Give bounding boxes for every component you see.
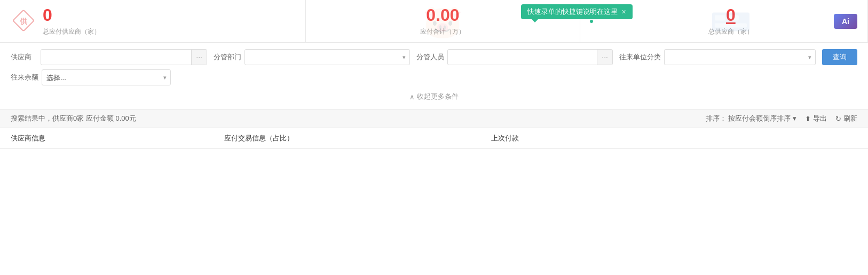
supplier-bg-icon [709, 7, 752, 35]
amount-filter-group: 往来余额 选择... ▾ [11, 69, 171, 85]
stat-total-suppliers: 0 总供应商（家） [594, 0, 868, 42]
person-input-wrapper: ··· [447, 49, 613, 65]
person-input[interactable] [448, 51, 597, 64]
results-bar: 搜索结果中，供应商0家 应付金额 0.00元 排序： 按应付会额倒序排序 ▾ ⬆… [0, 109, 868, 128]
amount-label: 往来余额 [11, 73, 38, 82]
amount-select[interactable]: 选择... [42, 69, 171, 85]
supplier-input-wrapper: ··· [41, 49, 207, 65]
export-link[interactable]: ⬆ 导出 [805, 114, 827, 123]
sort-down-icon: ▾ [793, 114, 796, 122]
col-header-lastpay: 上次付款 [491, 133, 857, 143]
amount-select-wrapper: 选择... ▾ [42, 69, 171, 85]
stats-bar: 供 0 总应付供应商（家） 🐷 0.00 应付合计（万） 快速录单的快捷键说明在… [0, 0, 868, 43]
collapse-row: ∧ 收起更多条件 [11, 90, 857, 105]
collapse-button[interactable]: ∧ 收起更多条件 [409, 92, 459, 101]
piggy-icon: 🐷 [423, 2, 463, 40]
table-header: 供应商信息 应付交易信息（占比） 上次付款 [0, 128, 868, 149]
department-select[interactable] [244, 49, 410, 65]
tooltip-dot [589, 19, 594, 24]
col-header-supplier: 供应商信息 [11, 133, 224, 143]
tooltip-text: 快速录单的快捷键说明在这里 [527, 7, 618, 17]
table-body [0, 149, 868, 275]
col-header-payable: 应付交易信息（占比） [224, 133, 491, 143]
person-label: 分管人员 [416, 52, 444, 62]
unit-class-filter-group: 往来单位分类 ▾ [619, 49, 816, 65]
refresh-link[interactable]: ↻ 刷新 [835, 114, 857, 123]
results-actions: 排序： 按应付会额倒序排序 ▾ ⬆ 导出 ↻ 刷新 [706, 114, 857, 123]
filter-row-2: 往来余额 选择... ▾ [11, 69, 857, 85]
unit-class-label: 往来单位分类 [619, 52, 661, 62]
supplier-input[interactable] [41, 51, 191, 64]
sort-label: 排序： 按应付会额倒序排序 ▾ [706, 114, 796, 123]
supplier-label: 供应商 [11, 52, 37, 62]
collapse-up-icon: ∧ [409, 93, 415, 101]
unit-class-select-wrapper: ▾ [664, 49, 816, 65]
department-label: 分管部门 [214, 52, 241, 62]
refresh-icon: ↻ [835, 115, 841, 123]
svg-rect-4 [728, 15, 739, 20]
ai-badge[interactable]: Ai [834, 14, 857, 29]
total-payable-suppliers-value: 0 [43, 6, 52, 25]
svg-rect-5 [715, 23, 747, 27]
person-filter-group: 分管人员 ··· [416, 49, 613, 65]
export-icon: ⬆ [805, 115, 811, 123]
filter-row-1: 供应商 ··· 分管部门 ▾ 分管人员 ··· [11, 49, 857, 65]
department-filter-group: 分管部门 ▾ [214, 49, 410, 65]
supplier-more-btn[interactable]: ··· [191, 50, 207, 65]
department-select-wrapper: ▾ [244, 49, 410, 65]
person-more-btn[interactable]: ··· [597, 50, 612, 65]
stat-total-payable-suppliers: 0 总应付供应商（家） [0, 0, 306, 42]
svg-text:供: 供 [19, 17, 28, 25]
total-payable-suppliers-label: 总应付供应商（家） [43, 27, 100, 36]
collapse-label: 收起更多条件 [417, 92, 459, 101]
supplier-filter-group: 供应商 ··· [11, 49, 207, 65]
tooltip-bubble: 快速录单的快捷键说明在这里 × [521, 4, 633, 19]
query-button[interactable]: 查询 [822, 49, 857, 65]
unit-class-select[interactable] [664, 49, 816, 65]
svg-rect-3 [715, 15, 725, 20]
results-summary: 搜索结果中，供应商0家 应付金额 0.00元 [11, 114, 136, 123]
diamond-icon: 供 [12, 9, 35, 34]
tooltip-close-btn[interactable]: × [622, 7, 626, 16]
filter-section: 供应商 ··· 分管部门 ▾ 分管人员 ··· [0, 43, 868, 109]
